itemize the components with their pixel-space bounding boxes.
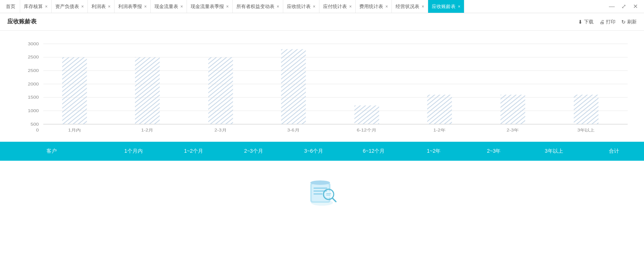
window-close-button[interactable]: ✕ xyxy=(631,2,640,11)
th-1-2month: 1~2个月 xyxy=(164,148,224,155)
download-icon: ⬇ xyxy=(578,19,583,25)
tab-receivable-stat-label: 应收统计表 xyxy=(287,3,311,10)
tab-expense-stat-label: 费用统计表 xyxy=(359,3,383,10)
tab-profit-close[interactable]: × xyxy=(108,4,111,9)
x-label-1: 1月内 xyxy=(68,128,80,132)
y-label-2000: 2000 xyxy=(28,82,39,86)
refresh-label: 刷新 xyxy=(627,19,637,25)
chart-container: 3000 2500 2500 2000 1500 1000 500 0 1月内 … xyxy=(7,37,637,139)
tab-home[interactable]: 首页 xyxy=(1,0,20,13)
print-button[interactable]: 🖨 打印 xyxy=(599,19,615,25)
empty-icon xyxy=(304,175,340,208)
table-header: 客户 1个月内 1~2个月 2~3个月 3~6个月 6~12个月 1~2年 2~… xyxy=(0,142,644,161)
tab-equity[interactable]: 所有者权益变动表 × xyxy=(233,0,283,13)
tab-equity-close[interactable]: × xyxy=(277,4,279,9)
th-3-6month: 3~6个月 xyxy=(284,148,344,155)
tab-operation-close[interactable]: × xyxy=(422,4,424,9)
download-button[interactable]: ⬇ 下载 xyxy=(578,19,594,25)
x-label-7: 2-3年 xyxy=(507,128,519,132)
refresh-button[interactable]: ↻ 刷新 xyxy=(621,19,637,25)
home-label: 首页 xyxy=(6,3,15,10)
empty-state xyxy=(0,161,644,223)
th-1month: 1个月内 xyxy=(104,148,164,155)
x-label-3: 2-3月 xyxy=(214,128,226,132)
bar-4-3-6yue xyxy=(281,49,306,124)
page-actions: ⬇ 下载 🖨 打印 ↻ 刷新 xyxy=(578,19,637,25)
tab-operation[interactable]: 经营状况表 × xyxy=(392,0,428,13)
page-title: 应收账龄表 xyxy=(7,18,37,26)
tab-cashflow-quarterly[interactable]: 现金流量表季报 × xyxy=(187,0,233,13)
tab-payable-stat-close[interactable]: × xyxy=(349,4,352,9)
th-customer: 客户 xyxy=(0,148,104,155)
tab-inventory[interactable]: 库存核算 × xyxy=(20,0,52,13)
svg-point-7 xyxy=(310,180,330,185)
th-2-3year: 2~3年 xyxy=(464,148,524,155)
tab-inventory-label: 库存核算 xyxy=(24,3,43,10)
tab-payable-stat-label: 应付统计表 xyxy=(323,3,347,10)
y-label-500: 500 xyxy=(30,122,39,126)
tab-balance-sheet-label: 资产负债表 xyxy=(55,3,79,10)
tab-cashflow-close[interactable]: × xyxy=(180,4,183,9)
empty-illustration xyxy=(304,175,340,208)
tab-equity-label: 所有者权益变动表 xyxy=(236,3,274,10)
bar-3-2-3yue xyxy=(208,57,233,124)
y-label-2500a: 2500 xyxy=(28,55,39,59)
svg-point-9 xyxy=(325,191,332,198)
print-icon: 🖨 xyxy=(599,19,604,25)
y-label-3000: 3000 xyxy=(28,42,39,46)
y-label-2500b: 2500 xyxy=(28,68,39,73)
tab-balance-sheet-close[interactable]: × xyxy=(81,4,84,9)
bar-1-yuenei xyxy=(62,57,87,124)
tab-receivable-stat-close[interactable]: × xyxy=(313,4,315,9)
tab-balance-sheet[interactable]: 资产负债表 × xyxy=(52,0,88,13)
tab-ar-aging-close[interactable]: × xyxy=(458,4,460,9)
download-label: 下载 xyxy=(584,19,594,25)
tab-bar: 首页 库存核算 × 资产负债表 × 利润表 × 利润表季报 × 现金流量表 × … xyxy=(0,0,644,13)
tab-cashflow-quarterly-close[interactable]: × xyxy=(226,4,229,9)
tab-ar-aging-label: 应收账龄表 xyxy=(432,3,456,10)
th-2-3month: 2~3个月 xyxy=(224,148,284,155)
x-label-8: 3年以上 xyxy=(577,128,595,132)
y-label-1000: 1000 xyxy=(28,108,39,113)
th-1-2year: 1~2年 xyxy=(404,148,464,155)
window-minimize-button[interactable]: — xyxy=(607,2,616,11)
x-label-6: 1-2年 xyxy=(433,128,445,132)
refresh-icon: ↻ xyxy=(621,19,626,25)
tab-cashflow-label: 现金流量表 xyxy=(154,3,178,10)
x-label-2: 1-2月 xyxy=(141,128,153,132)
tab-profit[interactable]: 利润表 × xyxy=(88,0,115,13)
y-label-0: 0 xyxy=(36,128,39,132)
window-maximize-button[interactable]: ⤢ xyxy=(619,2,628,11)
tab-profit-label: 利润表 xyxy=(91,3,106,10)
tab-profit-quarterly-label: 利润表季报 xyxy=(118,3,142,10)
x-label-5: 6-12个月 xyxy=(357,128,376,132)
tab-expense-stat[interactable]: 费用统计表 × xyxy=(356,0,392,13)
th-3year-plus: 3年以上 xyxy=(524,148,584,155)
print-label: 打印 xyxy=(606,19,615,25)
bar-7-2-3nian xyxy=(501,95,525,124)
bar-8-3nianyishang xyxy=(574,95,599,124)
x-label-4: 3-6月 xyxy=(287,128,299,132)
bar-6-1-2nian xyxy=(427,95,452,124)
tab-expense-stat-close[interactable]: × xyxy=(385,4,388,9)
bar-2-1-2yue xyxy=(135,57,160,124)
th-6-12month: 6~12个月 xyxy=(344,148,404,155)
tab-ar-aging[interactable]: 应收账龄表 × xyxy=(428,0,464,13)
tab-cashflow-quarterly-label: 现金流量表季报 xyxy=(191,3,224,10)
page-header: 应收账龄表 ⬇ 下载 🖨 打印 ↻ 刷新 xyxy=(0,13,644,31)
bar-5-6-12yue xyxy=(354,106,379,124)
tab-inventory-close[interactable]: × xyxy=(45,4,48,9)
tab-operation-label: 经营状况表 xyxy=(396,3,419,10)
tab-bar-actions: — ⤢ ✕ xyxy=(607,2,643,11)
tab-payable-stat[interactable]: 应付统计表 × xyxy=(319,0,356,13)
chart-section: 3000 2500 2500 2000 1500 1000 500 0 1月内 … xyxy=(0,31,644,142)
tab-profit-quarterly[interactable]: 利润表季报 × xyxy=(115,0,151,13)
tab-cashflow[interactable]: 现金流量表 × xyxy=(151,0,187,13)
main-content: 3000 2500 2500 2000 1500 1000 500 0 1月内 … xyxy=(0,31,644,263)
svg-line-10 xyxy=(332,198,336,202)
tab-receivable-stat[interactable]: 应收统计表 × xyxy=(283,0,319,13)
y-label-1500: 1500 xyxy=(28,95,39,99)
th-total: 合计 xyxy=(584,148,644,155)
tab-profit-quarterly-close[interactable]: × xyxy=(144,4,147,9)
bar-chart: 3000 2500 2500 2000 1500 1000 500 0 1月内 … xyxy=(7,37,637,139)
